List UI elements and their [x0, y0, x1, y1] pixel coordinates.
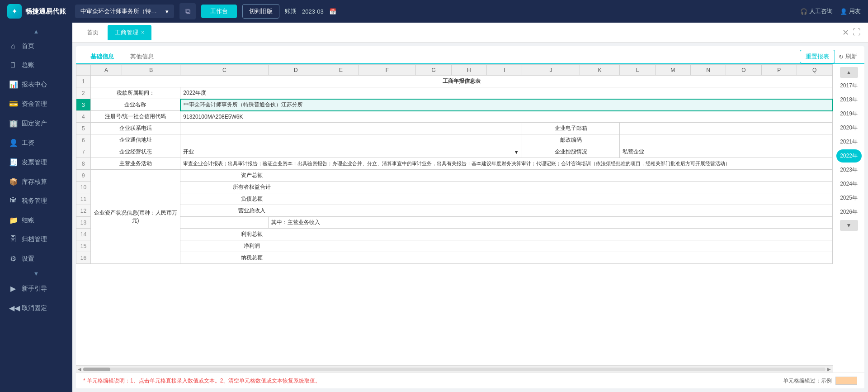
year-2018[interactable]: 2018年 — [836, 93, 862, 106]
tab-biz[interactable]: 工商管理 × — [108, 25, 151, 40]
period-label: 账期 — [285, 7, 297, 15]
sidebar-label-inventory: 库存核算 — [22, 178, 47, 186]
postcode-value[interactable] — [620, 134, 832, 146]
table-row: 14 利润总额 — [76, 229, 833, 240]
reg-label-cell: 注册号/统一社会信用代码 — [90, 111, 180, 123]
sidebar-item-close[interactable]: 📁 结账 — [0, 210, 72, 230]
year-2026[interactable]: 2026年 — [836, 206, 862, 219]
spreadsheet[interactable]: A B C D E F G H I J K L — [76, 64, 833, 365]
switch-old-button[interactable]: 切到旧版 — [242, 4, 279, 19]
profit-value[interactable] — [323, 229, 832, 240]
col-header-d[interactable]: D — [269, 65, 323, 76]
col-header-p[interactable]: P — [761, 65, 797, 76]
scroll-left-icon[interactable]: ◀ — [78, 367, 81, 372]
main-revenue-value[interactable] — [323, 217, 832, 229]
main-revenue-indent — [180, 217, 269, 229]
period-value-cell[interactable]: 2022年度 — [180, 87, 832, 99]
col-header-b[interactable]: B — [122, 65, 180, 76]
tax-total-value[interactable] — [323, 252, 832, 264]
col-header-k[interactable]: K — [580, 65, 620, 76]
year-2020[interactable]: 2020年 — [836, 121, 862, 134]
year-2021[interactable]: 2021年 — [836, 135, 862, 148]
col-header-h[interactable]: H — [451, 65, 486, 76]
calendar-icon[interactable]: 📅 — [329, 8, 336, 15]
sidebar-item-inventory[interactable]: 📦 库存核算 — [0, 172, 72, 191]
year-down-button[interactable]: ▼ — [840, 220, 858, 231]
sheet-title[interactable]: 工商年报信息表 — [90, 76, 832, 87]
company-selector[interactable]: 中审众环会计师事务所（特殊普通合伙... ▾ — [75, 5, 174, 18]
equity-value[interactable] — [323, 182, 832, 193]
reset-button[interactable]: 重置报表 — [800, 50, 835, 63]
workbench-button[interactable]: 工作台 — [201, 5, 237, 18]
reg-value-cell[interactable]: 91320100MA208E5W6K — [180, 111, 832, 123]
sub-tab-other[interactable]: 其他信息 — [123, 50, 161, 63]
topbar: ✦ 畅捷通易代账 中审众环会计师事务所（特殊普通合伙... ▾ ⧉ 工作台 切到… — [0, 0, 868, 23]
window-close-icon[interactable]: ✕ — [842, 28, 849, 38]
col-header-q[interactable]: Q — [797, 65, 832, 76]
col-header-g[interactable]: G — [416, 65, 451, 76]
sub-tab-basic[interactable]: 基础信息 — [83, 50, 121, 64]
sidebar: ▲ ⌂ 首页 🗒 总账 📊 报表中心 💳 资金管理 🏢 固定资产 👤 工资 🧾 … — [0, 23, 72, 392]
dropdown-arrow-icon[interactable]: ▼ — [514, 149, 519, 155]
address-value[interactable] — [180, 134, 522, 146]
sidebar-scroll-up[interactable]: ▲ — [0, 26, 72, 37]
sidebar-item-archive[interactable]: 🗄 归档管理 — [0, 230, 72, 249]
col-header-m[interactable]: M — [655, 65, 690, 76]
year-2023[interactable]: 2023年 — [836, 163, 862, 177]
ai-service[interactable]: 🎧 人工咨询 — [800, 7, 833, 15]
scroll-right-icon[interactable]: ▶ — [827, 367, 831, 372]
biz-status-value[interactable]: 开业 ▼ — [180, 146, 522, 158]
sidebar-scroll-down[interactable]: ▼ — [0, 268, 72, 279]
year-up-button[interactable]: ▲ — [840, 67, 858, 78]
sidebar-item-ledger[interactable]: 🗒 总账 — [0, 56, 72, 75]
holding-value[interactable]: 私营企业 — [620, 146, 832, 158]
copy-icon[interactable]: ⧉ — [179, 3, 196, 19]
email-value[interactable] — [620, 123, 832, 134]
sidebar-item-report[interactable]: 📊 报表中心 — [0, 75, 72, 94]
col-header-c[interactable]: C — [180, 65, 269, 76]
sidebar-item-invoice[interactable]: 🧾 发票管理 — [0, 153, 72, 172]
year-2017[interactable]: 2017年 — [836, 79, 862, 92]
year-panel: ▲ 2017年 2018年 2019年 2020年 2021年 2022年 20… — [833, 64, 864, 358]
row-num-12: 12 — [76, 205, 91, 217]
scroll-thumb[interactable] — [83, 368, 110, 371]
sheet-table: A B C D E F G H I J K L — [76, 64, 833, 264]
col-header-e[interactable]: E — [323, 65, 359, 76]
main-biz-value[interactable]: 审查企业会计报表；出具审计报告；验证企业资本；出具验资报告；办理企业合并、分立、… — [180, 158, 832, 170]
col-header-i[interactable]: I — [487, 65, 522, 76]
company-value-cell[interactable]: 中审众环会计师事务所（特殊普通合伙）江苏分所 — [180, 99, 832, 111]
window-expand-icon[interactable]: ⛶ — [853, 28, 861, 38]
year-2025[interactable]: 2025年 — [836, 191, 862, 205]
phone-value[interactable] — [180, 123, 522, 134]
sidebar-item-capital[interactable]: 💳 资金管理 — [0, 94, 72, 114]
total-assets-value[interactable] — [323, 170, 832, 182]
sidebar-item-guide[interactable]: ▶ 新手引导 — [0, 279, 72, 298]
col-header-f[interactable]: F — [359, 65, 416, 76]
sidebar-item-salary[interactable]: 👤 工资 — [0, 133, 72, 153]
col-header-j[interactable]: J — [522, 65, 580, 76]
tab-close-icon[interactable]: × — [141, 29, 144, 36]
revenue-value[interactable] — [323, 205, 832, 217]
year-2019[interactable]: 2019年 — [836, 107, 862, 120]
sidebar-item-unpin[interactable]: ◀◀ 取消固定 — [0, 298, 72, 318]
sidebar-item-assets[interactable]: 🏢 固定资产 — [0, 114, 72, 133]
net-profit-value[interactable] — [323, 240, 832, 252]
sidebar-item-settings[interactable]: ⚙ 设置 — [0, 249, 72, 268]
refresh-button[interactable]: ↻ 刷新 — [839, 53, 857, 61]
sidebar-item-tax[interactable]: 🏛 税务管理 — [0, 191, 72, 210]
col-header-a[interactable]: A — [90, 65, 122, 76]
col-header-l[interactable]: L — [620, 65, 655, 76]
content-area: 首页 工商管理 × ✕ ⛶ 基础信息 其他信息 重置报 — [72, 23, 868, 392]
liabilities-value[interactable] — [323, 193, 832, 205]
sidebar-item-home[interactable]: ⌂ 首页 — [0, 37, 72, 56]
tab-home[interactable]: 首页 — [80, 25, 106, 40]
col-header-o[interactable]: O — [726, 65, 761, 76]
horizontal-scrollbar[interactable]: ◀ ▶ — [76, 365, 833, 373]
sidebar-label-unpin: 取消固定 — [22, 304, 47, 312]
year-2022[interactable]: 2022年 — [836, 149, 862, 163]
user-menu[interactable]: 👤 用友 — [840, 7, 861, 15]
scroll-track[interactable] — [83, 368, 826, 371]
unpin-icon: ◀◀ — [9, 304, 17, 312]
year-2024[interactable]: 2024年 — [836, 177, 862, 191]
col-header-n[interactable]: N — [691, 65, 726, 76]
